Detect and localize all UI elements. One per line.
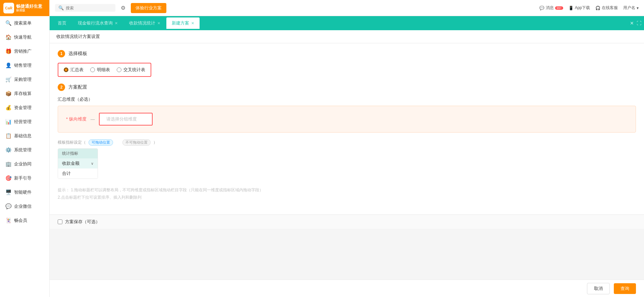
- sidebar-item-quick-nav[interactable]: 🏠 快速导航: [0, 30, 49, 44]
- step1-title: 选择模板: [68, 51, 87, 57]
- metrics-label-end: ）: [153, 140, 157, 145]
- sidebar-item-member[interactable]: 🃏 畅会员: [0, 213, 49, 228]
- user-menu[interactable]: 用户名 ▾: [623, 5, 639, 11]
- app-download-button[interactable]: 📱 App下载: [569, 5, 590, 11]
- step2-number: 2: [58, 84, 65, 91]
- logo-icon-text: CaR: [5, 6, 12, 10]
- online-service-label: 在线客服: [602, 5, 618, 11]
- basic-info-icon: 📋: [5, 133, 11, 139]
- page-content: 收款情况统计方案设置 1 选择模板 汇总表: [50, 30, 644, 280]
- dim-select-dropdown[interactable]: 请选择分组维度: [99, 113, 153, 126]
- stats-row-total: 合计: [58, 168, 98, 179]
- sidebar-item-finance[interactable]: 💰 资金管理: [0, 101, 49, 115]
- dimension-label-text: 汇总维度（必选）: [58, 97, 93, 102]
- metrics-label-text2: [116, 140, 120, 145]
- sidebar-item-label: 新手引导: [14, 175, 32, 181]
- tip-2: 2.点击标题栏下拉可设置排序、插入列和删除列: [58, 194, 636, 201]
- sidebar-item-basic-info[interactable]: 📋 基础信息: [0, 129, 49, 143]
- tab-new-plan-close-icon[interactable]: ✕: [191, 21, 194, 26]
- cancel-button[interactable]: 取消: [587, 283, 610, 294]
- marketing-icon: 🎁: [5, 48, 11, 54]
- sidebar-item-inventory[interactable]: 📦 库存核算: [0, 87, 49, 101]
- system-icon: ⚙️: [5, 147, 11, 153]
- online-service-button[interactable]: 🎧 在线客服: [595, 5, 618, 11]
- stats-col-label: 收款金额: [62, 160, 79, 166]
- sidebar-item-marketing[interactable]: 🎁 营销推广: [0, 44, 49, 58]
- finance-icon: 💰: [5, 105, 11, 111]
- sidebar-item-label: 畅会员: [14, 217, 27, 224]
- sidebar-item-sales[interactable]: 👤 销售管理: [0, 58, 49, 72]
- tab-bank-flow-close-icon[interactable]: ✕: [115, 21, 118, 26]
- sidebar-item-system[interactable]: ⚙️ 系统管理: [0, 143, 49, 157]
- logo-sub-text: 标准版: [16, 9, 42, 12]
- query-button[interactable]: 查询: [614, 283, 636, 294]
- sidebar-item-label: 智能硬件: [14, 189, 32, 195]
- enterprise-icon: 🏢: [5, 161, 11, 167]
- main-area: 🔍 ⚙ 体验行业方案 💬 消息 99+ 📱 App下载 🎧 在线客服 用户名 ▾: [50, 0, 644, 297]
- tab-new-plan[interactable]: 新建方案 ✕: [166, 17, 200, 29]
- search-box[interactable]: 🔍: [55, 4, 115, 12]
- metrics-section: 模板指标设定（ 可拖动位置 不可拖动位置 ） 统计指标 收款金额 ∨: [58, 139, 636, 180]
- sidebar-item-label: 企业协同: [14, 161, 32, 167]
- vertical-dim-label: * 纵向维度: [66, 116, 87, 122]
- tip-1: 提示： 1.拖动标题栏可以调整布局，不可跨维度或指标区域拖动栏目字段（只能在同一…: [58, 187, 636, 194]
- sidebar-item-purchase[interactable]: 🛒 采购管理: [0, 72, 49, 87]
- sidebar-item-operation[interactable]: 📊 经营管理: [0, 115, 49, 129]
- step2-header: 2 方案配置: [58, 84, 636, 91]
- sidebar-item-label: 企业微信: [14, 203, 32, 209]
- radio-summary-label: 汇总表: [70, 67, 84, 73]
- sidebar-item-newbie[interactable]: 🎯 新手引导: [0, 171, 49, 185]
- maximize-window-icon[interactable]: ⛶: [637, 20, 641, 26]
- stats-box: 统计指标 收款金额 ∨ 合计: [58, 148, 98, 179]
- sidebar-item-wechat[interactable]: 💬 企业微信: [0, 199, 49, 213]
- tab-collection-stats[interactable]: 收款情况统计 ✕: [124, 17, 166, 29]
- tabbar-controls: ✕ ⛶: [630, 20, 641, 26]
- fixed-badge: 不可拖动位置: [122, 139, 151, 146]
- search-menu-icon: 🔍: [5, 20, 11, 26]
- stats-title: 统计指标: [58, 149, 98, 158]
- logo-main-text: 畅捷通好生意: [16, 4, 42, 9]
- settings-icon[interactable]: ⚙: [121, 5, 125, 11]
- draggable-badge: 可拖动位置: [89, 139, 113, 146]
- sidebar-item-label: 基础信息: [14, 133, 32, 139]
- tab-bank-flow[interactable]: 现金银行流水查询 ✕: [72, 17, 123, 29]
- search-input[interactable]: [66, 6, 106, 10]
- radio-summary[interactable]: 汇总表: [64, 67, 84, 73]
- stats-total-label: 合计: [62, 171, 71, 176]
- user-name: 用户名: [623, 5, 635, 11]
- radio-cross-input[interactable]: [117, 67, 121, 72]
- tab-new-plan-label: 新建方案: [172, 20, 189, 26]
- template-options-box: 汇总表 明细表 交叉统计表: [58, 63, 151, 77]
- trial-button[interactable]: 体验行业方案: [131, 3, 166, 13]
- tab-home-label: 首页: [58, 20, 66, 26]
- stats-col-header[interactable]: 收款金额 ∨: [58, 158, 98, 168]
- close-window-icon[interactable]: ✕: [630, 20, 634, 26]
- tab-bank-flow-label: 现金银行流水查询: [78, 20, 113, 26]
- stats-col-dropdown-icon[interactable]: ∨: [91, 161, 94, 166]
- notification-icon: 💬: [539, 6, 544, 10]
- radio-cross[interactable]: 交叉统计表: [117, 67, 145, 73]
- save-checkbox[interactable]: [58, 219, 62, 224]
- save-option-label: 方案保存（可选）: [65, 219, 100, 225]
- sidebar-item-search-menu[interactable]: 🔍 搜索菜单: [0, 16, 49, 30]
- sidebar-item-label: 快速导航: [14, 34, 32, 40]
- notification-button[interactable]: 💬 消息 99+: [539, 5, 563, 11]
- metrics-label-text: 模板指标设定（: [58, 140, 86, 145]
- tab-collection-stats-close-icon[interactable]: ✕: [157, 21, 160, 26]
- template-radio-group: 汇总表 明细表 交叉统计表: [64, 67, 145, 73]
- smart-hw-icon: 🖥️: [5, 189, 11, 195]
- sidebar-item-smart-hw[interactable]: 🖥️ 智能硬件: [0, 185, 49, 199]
- sidebar-item-enterprise[interactable]: 🏢 企业协同: [0, 157, 49, 171]
- radio-detail[interactable]: 明细表: [90, 67, 110, 73]
- sidebar: CaR 畅捷通好生意 标准版 🔍 搜索菜单 🏠 快速导航 🎁 营销推广 👤 销售…: [0, 0, 50, 297]
- logo-icon: CaR: [3, 3, 14, 13]
- app-download-label: App下载: [575, 5, 590, 11]
- search-icon: 🔍: [58, 5, 64, 10]
- tips-section: 提示： 1.拖动标题栏可以调整布局，不可跨维度或指标区域拖动栏目字段（只能在同一…: [58, 187, 636, 201]
- sidebar-item-label: 经营管理: [14, 119, 32, 125]
- radio-detail-input[interactable]: [90, 67, 95, 72]
- page-header: 收款情况统计方案设置: [50, 30, 644, 43]
- radio-cross-label: 交叉统计表: [123, 67, 145, 73]
- radio-summary-input[interactable]: [64, 67, 68, 72]
- tab-home[interactable]: 首页: [52, 17, 72, 29]
